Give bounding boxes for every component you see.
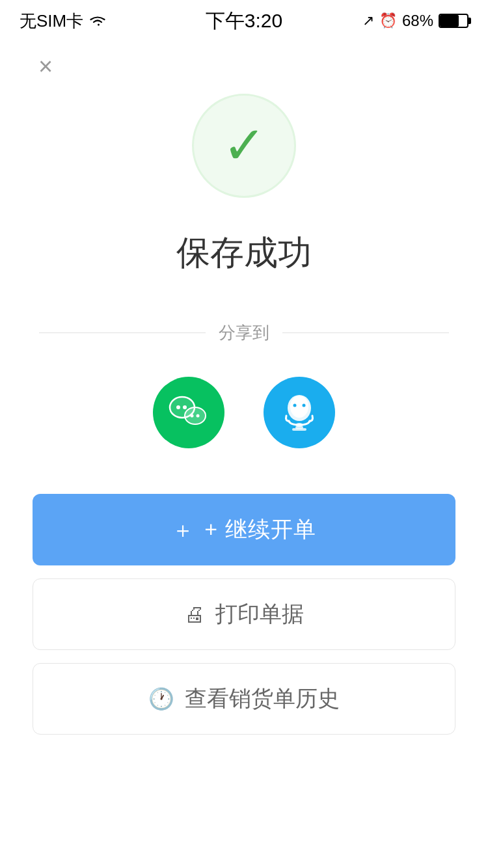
share-label: 分享到 — [206, 321, 282, 344]
carrier-text: 无SIM卡 — [20, 10, 83, 33]
svg-point-5 — [197, 414, 200, 418]
checkmark-icon: ✓ — [223, 120, 266, 172]
svg-point-1 — [176, 405, 180, 409]
clock-icon: 🕐 — [148, 688, 174, 709]
continue-button[interactable]: ＋ + 继续开单 — [33, 494, 455, 565]
svg-point-2 — [183, 405, 187, 409]
close-icon: × — [38, 54, 53, 79]
action-buttons: ＋ + 继续开单 🖨 打印单据 🕐 查看销货单历史 — [0, 494, 488, 735]
alarm-icon: ⏰ — [379, 12, 397, 29]
wechat-icon — [167, 393, 210, 432]
wechat-share-button[interactable] — [153, 377, 224, 448]
history-label: 查看销货单历史 — [185, 684, 340, 714]
main-content: ✓ 保存成功 分享到 — [0, 42, 488, 735]
divider-left — [39, 332, 206, 333]
svg-point-7 — [290, 396, 308, 418]
status-right: ↗ ⏰ 68% — [362, 12, 468, 30]
qq-icon — [280, 391, 319, 434]
status-bar: 无SIM卡 下午3:20 ↗ ⏰ 68% — [0, 0, 488, 42]
print-button[interactable]: 🖨 打印单据 — [33, 578, 455, 650]
share-section: 分享到 — [0, 321, 488, 344]
status-time: 下午3:20 — [206, 8, 282, 34]
history-button[interactable]: 🕐 查看销货单历史 — [33, 663, 455, 735]
svg-point-3 — [185, 407, 206, 424]
status-left: 无SIM卡 — [20, 10, 107, 33]
print-label: 打印单据 — [215, 599, 304, 629]
svg-point-8 — [293, 404, 297, 407]
battery-percent: 68% — [402, 12, 433, 30]
location-icon: ↗ — [362, 12, 374, 29]
printer-icon: 🖨 — [184, 604, 205, 625]
svg-point-9 — [303, 404, 306, 407]
battery-icon — [439, 14, 468, 28]
close-button[interactable]: × — [29, 49, 62, 83]
qq-share-button[interactable] — [264, 377, 335, 448]
wifi-icon — [88, 14, 107, 27]
continue-label: + 继续开单 — [204, 515, 316, 545]
success-circle: ✓ — [192, 94, 296, 198]
divider-right — [282, 332, 449, 333]
svg-rect-12 — [292, 428, 306, 431]
share-icons — [153, 377, 335, 448]
plus-icon: ＋ — [172, 519, 194, 541]
success-title: 保存成功 — [176, 230, 312, 276]
svg-point-4 — [191, 414, 194, 418]
